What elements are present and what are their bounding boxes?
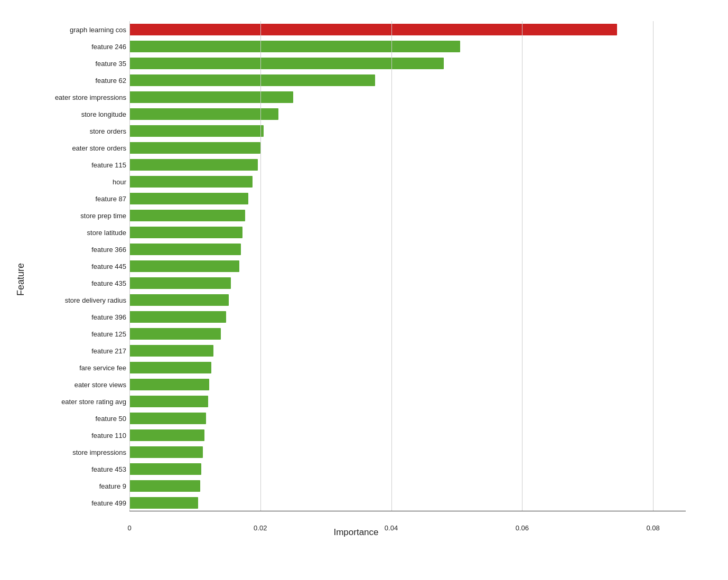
bar-label: store impressions (26, 448, 129, 456)
bar-label: feature 87 (26, 195, 129, 203)
bar-track (129, 176, 686, 188)
bar-label: feature 445 (26, 263, 129, 270)
bar-label: feature 9 (26, 482, 129, 490)
bar-label: feature 396 (26, 313, 129, 321)
bar-label: feature 125 (26, 330, 129, 338)
bar-row: feature 396 (26, 308, 686, 325)
bar-label: feature 246 (26, 43, 129, 51)
bar-label: feature 35 (26, 60, 129, 68)
bar-fill (129, 74, 375, 86)
bar-track (129, 463, 686, 475)
bar-row: store orders (26, 123, 686, 139)
bar-fill (129, 176, 253, 188)
bar-track (129, 497, 686, 509)
chart-container: Feature graph learning cosfeature 246fea… (0, 0, 728, 580)
bar-track (129, 227, 686, 238)
bar-fill (129, 463, 201, 475)
bar-fill (129, 413, 206, 424)
bar-row: feature 453 (26, 461, 686, 478)
bar-fill (129, 142, 260, 154)
bar-rows: graph learning cosfeature 246feature 35f… (26, 21, 686, 538)
bar-track (129, 260, 686, 272)
y-axis-label: Feature (11, 21, 26, 538)
bar-track (129, 429, 686, 441)
bar-fill (129, 294, 229, 306)
bar-row: eater store rating avg (26, 393, 686, 410)
bar-fill (129, 58, 444, 69)
bar-fill (129, 328, 221, 340)
bar-label: eater store orders (26, 144, 129, 152)
bar-row: feature 110 (26, 427, 686, 444)
bar-label: feature 62 (26, 77, 129, 85)
bar-track (129, 159, 686, 171)
bar-label: store longitude (26, 110, 129, 118)
bar-fill (129, 260, 239, 272)
bar-track (129, 244, 686, 255)
bar-track (129, 108, 686, 120)
bar-row: eater store orders (26, 139, 686, 156)
bar-track (129, 362, 686, 373)
bar-row: eater store impressions (26, 89, 686, 106)
bar-label: hour (26, 178, 129, 186)
bar-fill (129, 497, 198, 509)
bar-row: store longitude (26, 106, 686, 123)
bar-fill (129, 193, 248, 204)
bar-track (129, 41, 686, 52)
bar-track (129, 379, 686, 390)
chart-area: Feature graph learning cosfeature 246fea… (11, 21, 686, 538)
bar-fill (129, 24, 617, 35)
bars-and-axes: graph learning cosfeature 246feature 35f… (26, 21, 686, 538)
bar-track (129, 311, 686, 323)
bar-label: store delivery radius (26, 296, 129, 304)
bar-row: store delivery radius (26, 292, 686, 308)
bar-row: feature 445 (26, 258, 686, 275)
bar-track (129, 210, 686, 221)
bar-row: store latitude (26, 224, 686, 241)
x-axis-title: Importance (26, 527, 686, 538)
bar-row: store prep time (26, 207, 686, 224)
bar-row: feature 115 (26, 156, 686, 173)
bar-track (129, 446, 686, 458)
bar-row: feature 499 (26, 494, 686, 511)
bar-track (129, 193, 686, 204)
bar-fill (129, 91, 293, 103)
bar-row: feature 62 (26, 72, 686, 89)
bar-fill (129, 362, 211, 373)
bar-row: graph learning cos (26, 21, 686, 38)
bar-label: eater store views (26, 381, 129, 389)
bar-fill (129, 345, 213, 357)
bar-track (129, 24, 686, 35)
bar-track (129, 91, 686, 103)
bar-label: eater store rating avg (26, 398, 129, 406)
bar-fill (129, 396, 208, 407)
bar-row: store impressions (26, 444, 686, 461)
bar-track (129, 277, 686, 289)
bar-fill (129, 311, 226, 323)
bar-row: eater store views (26, 376, 686, 393)
bar-fill (129, 210, 245, 221)
bar-track (129, 480, 686, 492)
bar-row: fare service fee (26, 359, 686, 376)
bar-track (129, 294, 686, 306)
bar-row: feature 366 (26, 241, 686, 258)
bar-label: store prep time (26, 212, 129, 220)
bar-label: eater store impressions (26, 93, 129, 101)
bar-track (129, 345, 686, 357)
bar-track (129, 328, 686, 340)
bar-row: feature 435 (26, 275, 686, 292)
bar-fill (129, 379, 209, 390)
bar-track (129, 74, 686, 86)
bar-fill (129, 159, 258, 171)
bar-label: store latitude (26, 229, 129, 237)
bar-fill (129, 446, 203, 458)
bar-fill (129, 244, 241, 255)
bar-label: feature 217 (26, 347, 129, 355)
bar-label: feature 50 (26, 415, 129, 423)
bar-track (129, 142, 686, 154)
bar-label: feature 499 (26, 499, 129, 507)
bar-fill (129, 480, 200, 492)
bar-row: feature 9 (26, 478, 686, 494)
bar-row: feature 246 (26, 38, 686, 55)
bar-track (129, 125, 686, 137)
bar-track (129, 58, 686, 69)
